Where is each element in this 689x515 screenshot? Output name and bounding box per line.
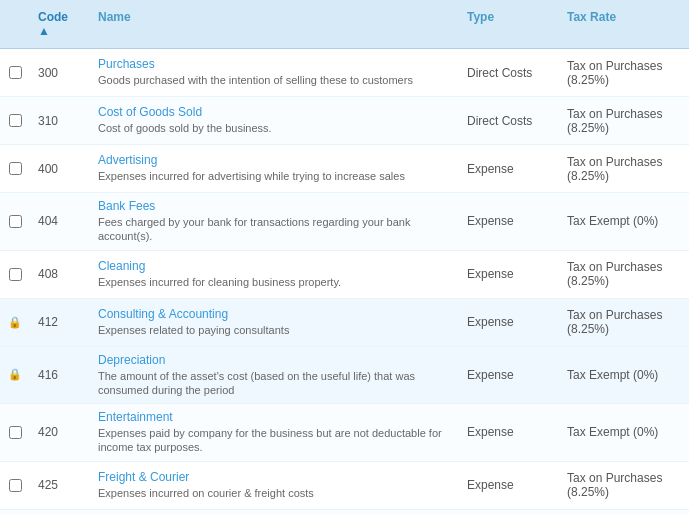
row-checkbox[interactable] bbox=[9, 162, 22, 175]
row-code: 412 bbox=[30, 311, 90, 333]
table-row: 420EntertainmentExpenses paid by company… bbox=[0, 404, 689, 462]
row-taxrate: Tax on Purchases (8.25%) bbox=[559, 304, 689, 340]
row-name-link[interactable]: Cleaning bbox=[98, 259, 451, 273]
row-checkbox[interactable] bbox=[9, 426, 22, 439]
row-taxrate: Tax Exempt (0%) bbox=[559, 364, 689, 386]
row-taxrate: Tax on Purchases (8.25%) bbox=[559, 256, 689, 292]
row-description: Expenses incurred for cleaning business … bbox=[98, 276, 341, 288]
row-name-link[interactable]: Depreciation bbox=[98, 353, 451, 367]
header-taxrate[interactable]: Tax Rate bbox=[559, 6, 689, 42]
table-header: Code ▲ Name Type Tax Rate bbox=[0, 0, 689, 49]
row-type: Expense bbox=[459, 364, 559, 386]
row-taxrate: Tax on Purchases (8.25%) bbox=[559, 151, 689, 187]
row-type: Expense bbox=[459, 311, 559, 333]
table-row: 310Cost of Goods SoldCost of goods sold … bbox=[0, 97, 689, 145]
row-name-cell: Consulting & AccountingExpenses related … bbox=[90, 301, 459, 343]
lock-icon: 🔒 bbox=[8, 316, 22, 329]
row-description: The amount of the asset's cost (based on… bbox=[98, 370, 415, 396]
row-name-cell: DepreciationThe amount of the asset's co… bbox=[90, 347, 459, 404]
row-name-link[interactable]: Advertising bbox=[98, 153, 451, 167]
accounts-table: Code ▲ Name Type Tax Rate 300PurchasesGo… bbox=[0, 0, 689, 515]
row-description: Goods purchased with the intention of se… bbox=[98, 74, 413, 86]
row-type: Direct Costs bbox=[459, 110, 559, 132]
row-check-cell bbox=[0, 158, 30, 179]
row-name-link[interactable]: Purchases bbox=[98, 57, 451, 71]
header-code[interactable]: Code ▲ bbox=[30, 6, 90, 42]
row-type: Expense bbox=[459, 158, 559, 180]
table-row: 429General ExpensesGeneral expenses rela… bbox=[0, 510, 689, 515]
row-name-link[interactable]: Freight & Courier bbox=[98, 470, 451, 484]
row-check-cell: 🔒 bbox=[0, 312, 30, 333]
lock-icon: 🔒 bbox=[8, 368, 22, 381]
table-body: 300PurchasesGoods purchased with the int… bbox=[0, 49, 689, 515]
table-row: 🔒416DepreciationThe amount of the asset'… bbox=[0, 347, 689, 405]
row-check-cell bbox=[0, 62, 30, 83]
row-code: 310 bbox=[30, 110, 90, 132]
row-checkbox[interactable] bbox=[9, 66, 22, 79]
row-taxrate: Tax on Purchases (8.25%) bbox=[559, 467, 689, 503]
row-check-cell bbox=[0, 475, 30, 496]
row-name-cell: PurchasesGoods purchased with the intent… bbox=[90, 51, 459, 93]
table-row: 300PurchasesGoods purchased with the int… bbox=[0, 49, 689, 97]
row-taxrate: Tax on Purchases (8.25%) bbox=[559, 55, 689, 91]
row-code: 300 bbox=[30, 62, 90, 84]
header-check bbox=[0, 6, 30, 42]
row-code: 416 bbox=[30, 364, 90, 386]
row-name-cell: CleaningExpenses incurred for cleaning b… bbox=[90, 253, 459, 295]
row-name-cell: Bank FeesFees charged by your bank for t… bbox=[90, 193, 459, 250]
row-description: Fees charged by your bank for transactio… bbox=[98, 216, 410, 242]
table-row: 408CleaningExpenses incurred for cleanin… bbox=[0, 251, 689, 299]
row-name-cell: Cost of Goods SoldCost of goods sold by … bbox=[90, 99, 459, 141]
row-name-link[interactable]: Consulting & Accounting bbox=[98, 307, 451, 321]
row-type: Expense bbox=[459, 263, 559, 285]
row-taxrate: Tax on Purchases (8.25%) bbox=[559, 103, 689, 139]
row-check-cell bbox=[0, 211, 30, 232]
header-type[interactable]: Type bbox=[459, 6, 559, 42]
row-name-cell: EntertainmentExpenses paid by company fo… bbox=[90, 404, 459, 461]
header-code-label: Code bbox=[38, 10, 68, 24]
row-description: Expenses related to paying consultants bbox=[98, 324, 289, 336]
row-check-cell bbox=[0, 264, 30, 285]
row-taxrate: Tax Exempt (0%) bbox=[559, 210, 689, 232]
table-row: 🔒412Consulting & AccountingExpenses rela… bbox=[0, 299, 689, 347]
row-description: Expenses incurred for advertising while … bbox=[98, 170, 405, 182]
row-check-cell: 🔒 bbox=[0, 364, 30, 385]
row-type: Expense bbox=[459, 474, 559, 496]
row-checkbox[interactable] bbox=[9, 215, 22, 228]
row-description: Expenses paid by company for the busines… bbox=[98, 427, 442, 453]
header-name[interactable]: Name bbox=[90, 6, 459, 42]
row-checkbox[interactable] bbox=[9, 268, 22, 281]
row-check-cell bbox=[0, 110, 30, 131]
row-code: 408 bbox=[30, 263, 90, 285]
row-code: 420 bbox=[30, 421, 90, 443]
row-type: Expense bbox=[459, 210, 559, 232]
row-check-cell bbox=[0, 422, 30, 443]
sort-arrow-icon: ▲ bbox=[38, 24, 50, 38]
row-description: Expenses incurred on courier & freight c… bbox=[98, 487, 314, 499]
row-name-link[interactable]: Bank Fees bbox=[98, 199, 451, 213]
row-name-link[interactable]: Cost of Goods Sold bbox=[98, 105, 451, 119]
row-description: Cost of goods sold by the business. bbox=[98, 122, 272, 134]
row-checkbox[interactable] bbox=[9, 479, 22, 492]
row-name-link[interactable]: Entertainment bbox=[98, 410, 451, 424]
table-row: 400AdvertisingExpenses incurred for adve… bbox=[0, 145, 689, 193]
row-type: Direct Costs bbox=[459, 62, 559, 84]
row-code: 404 bbox=[30, 210, 90, 232]
table-row: 404Bank FeesFees charged by your bank fo… bbox=[0, 193, 689, 251]
row-name-cell: Freight & CourierExpenses incurred on co… bbox=[90, 464, 459, 506]
row-type: Expense bbox=[459, 421, 559, 443]
row-taxrate: Tax Exempt (0%) bbox=[559, 421, 689, 443]
row-code: 425 bbox=[30, 474, 90, 496]
row-checkbox[interactable] bbox=[9, 114, 22, 127]
table-row: 425Freight & CourierExpenses incurred on… bbox=[0, 462, 689, 510]
row-code: 400 bbox=[30, 158, 90, 180]
row-name-cell: AdvertisingExpenses incurred for adverti… bbox=[90, 147, 459, 189]
